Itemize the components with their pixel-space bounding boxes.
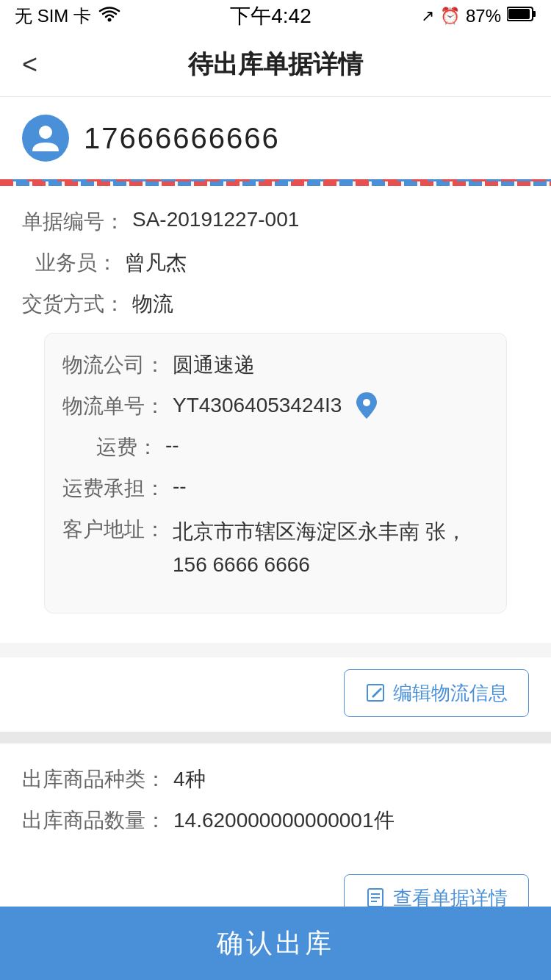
- logistics-company-row: 物流公司： 圆通速递: [62, 351, 489, 379]
- order-info-section: 单据编号： SA-20191227-001 业务员： 曾凡杰 交货方式： 物流 …: [0, 186, 551, 643]
- product-summary: 出库商品种类： 4种 出库商品数量： 14.620000000000001件: [0, 743, 551, 862]
- product-types-label: 出库商品种类：: [22, 765, 173, 793]
- section-divider: [0, 732, 551, 743]
- address-value: 北京市市辖区海淀区永丰南 张，156 6666 6666: [173, 516, 489, 582]
- customer-header: 17666666666: [0, 97, 551, 181]
- tracking-no-value: YT43064053424I3: [173, 392, 489, 419]
- svg-point-5: [363, 399, 370, 406]
- freight-value: --: [165, 433, 489, 457]
- delivery-method-value: 物流: [132, 290, 529, 318]
- svg-rect-2: [533, 11, 536, 17]
- confirm-btn-text: 确认出库: [217, 926, 334, 962]
- tracking-no-label: 物流单号：: [62, 392, 173, 420]
- nav-bar: < 待出库单据详情: [0, 32, 551, 97]
- svg-rect-3: [508, 9, 530, 19]
- alarm-icon: ⏰: [440, 7, 460, 26]
- address-row: 客户地址： 北京市市辖区海淀区永丰南 张，156 6666 6666: [62, 516, 489, 582]
- address-label: 客户地址：: [62, 516, 173, 544]
- order-no-value: SA-20191227-001: [132, 208, 529, 231]
- freight-bearer-label: 运费承担：: [62, 475, 173, 502]
- salesperson-label: 业务员：: [22, 249, 125, 277]
- freight-bearer-value: --: [173, 475, 489, 498]
- product-quantity-value: 14.620000000000001件: [173, 807, 395, 835]
- product-types-value: 4种: [173, 765, 206, 793]
- location-status-icon: ↗: [421, 7, 434, 26]
- product-types-row: 出库商品种类： 4种: [22, 765, 529, 793]
- battery-text: 87%: [466, 6, 501, 26]
- order-no-row: 单据编号： SA-20191227-001: [22, 208, 529, 236]
- delivery-method-row: 交货方式： 物流: [22, 290, 529, 318]
- document-icon: [365, 887, 386, 908]
- status-bar-time: 下午4:42: [230, 2, 311, 30]
- status-bar-right: ↗ ⏰ 87%: [421, 6, 536, 26]
- status-bar: 无 SIM 卡 下午4:42 ↗ ⏰ 87%: [0, 0, 551, 32]
- tracking-no-row: 物流单号： YT43064053424I3: [62, 392, 489, 420]
- back-button[interactable]: <: [22, 49, 37, 80]
- freight-label: 运费：: [62, 433, 165, 461]
- delivery-method-label: 交货方式：: [22, 290, 132, 318]
- avatar: [22, 115, 69, 162]
- person-icon: [29, 122, 62, 154]
- logistics-card: 物流公司： 圆通速递 物流单号： YT43064053424I3 运费：: [44, 333, 507, 613]
- svg-point-4: [39, 126, 52, 139]
- product-quantity-label: 出库商品数量：: [22, 807, 173, 835]
- freight-row: 运费： --: [62, 433, 489, 461]
- logistics-company-value: 圆通速递: [173, 351, 489, 379]
- map-pin-icon[interactable]: [353, 392, 380, 419]
- wifi-icon: [98, 6, 120, 26]
- salesperson-row: 业务员： 曾凡杰: [22, 249, 529, 277]
- product-quantity-row: 出库商品数量： 14.620000000000001件: [22, 807, 529, 835]
- edit-logistics-button[interactable]: 编辑物流信息: [344, 669, 529, 717]
- edit-logistics-label: 编辑物流信息: [393, 680, 508, 706]
- carrier-text: 无 SIM 卡: [15, 4, 91, 28]
- status-bar-left: 无 SIM 卡: [15, 4, 120, 28]
- logistics-company-label: 物流公司：: [62, 351, 173, 379]
- freight-bearer-row: 运费承担： --: [62, 475, 489, 502]
- battery-icon: [507, 6, 536, 26]
- confirm-button-bar[interactable]: 确认出库: [0, 907, 551, 980]
- salesperson-value: 曾凡杰: [125, 249, 529, 277]
- edit-btn-row: 编辑物流信息: [0, 657, 551, 732]
- page-title: 待出库单据详情: [188, 48, 363, 82]
- svg-point-0: [108, 18, 112, 22]
- customer-phone: 17666666666: [84, 122, 280, 155]
- tracking-number-text: YT43064053424I3: [173, 394, 342, 417]
- edit-icon: [365, 682, 386, 703]
- order-no-label: 单据编号：: [22, 208, 132, 236]
